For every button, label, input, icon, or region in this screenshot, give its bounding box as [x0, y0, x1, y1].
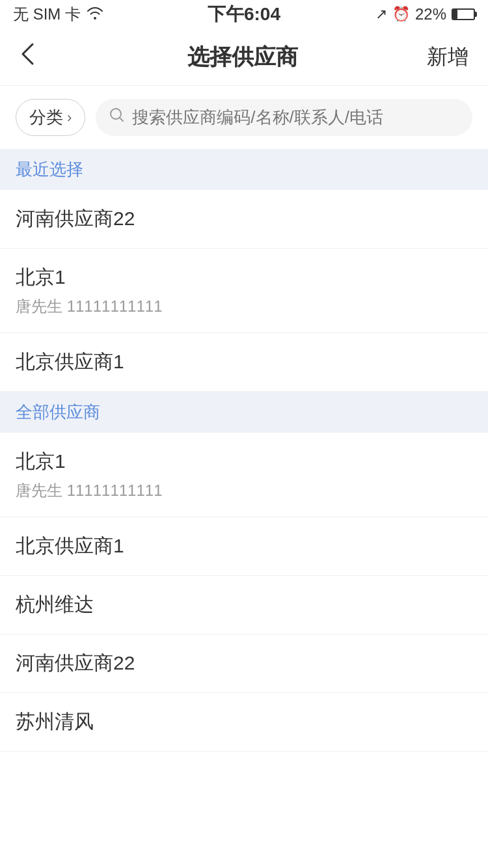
battery-text: 22% [415, 5, 446, 23]
battery-icon [452, 8, 475, 20]
back-button[interactable] [20, 42, 59, 72]
list-item[interactable]: 北京1唐先生 11111111111 [0, 249, 488, 333]
item-name: 苏州清风 [16, 709, 472, 735]
item-name: 北京1 [16, 264, 472, 291]
list-item[interactable]: 杭州维达 [0, 576, 488, 634]
location-icon: ↗ [375, 6, 387, 23]
item-contact: 唐先生 11111111111 [16, 480, 472, 501]
alarm-icon: ⏰ [392, 6, 410, 23]
list-item[interactable]: 北京供应商1 [0, 333, 488, 392]
item-name: 河南供应商22 [16, 206, 472, 232]
recent-section-header: 最近选择 [0, 149, 488, 190]
all-section-header: 全部供应商 [0, 392, 488, 433]
wifi-icon [86, 5, 104, 23]
status-left: 无 SIM 卡 [13, 4, 104, 25]
list-item[interactable]: 北京供应商1 [0, 517, 488, 576]
item-name: 杭州维达 [16, 591, 472, 618]
category-filter[interactable]: 分类 › [16, 99, 85, 136]
status-time: 下午6:04 [208, 2, 280, 27]
nav-bar: 选择供应商 新增 [0, 29, 488, 86]
list-item[interactable]: 苏州清风 [0, 693, 488, 752]
status-bar: 无 SIM 卡 下午6:04 ↗ ⏰ 22% [0, 0, 488, 29]
carrier-text: 无 SIM 卡 [13, 4, 81, 25]
item-contact: 唐先生 11111111111 [16, 296, 472, 317]
category-label: 分类 [29, 106, 63, 129]
item-name: 北京供应商1 [16, 349, 472, 375]
item-name: 北京供应商1 [16, 533, 472, 560]
list-item[interactable]: 河南供应商22 [0, 634, 488, 693]
chevron-right-icon: › [67, 109, 72, 126]
item-name: 河南供应商22 [16, 650, 472, 677]
add-button[interactable]: 新增 [427, 43, 468, 72]
nav-title: 选择供应商 [187, 42, 298, 72]
list-item[interactable]: 北京1唐先生 11111111111 [0, 433, 488, 517]
search-icon [109, 107, 126, 128]
search-box[interactable] [96, 99, 472, 136]
status-right: ↗ ⏰ 22% [375, 5, 475, 23]
all-list: 北京1唐先生 11111111111北京供应商1杭州维达河南供应商22苏州清风 [0, 433, 488, 752]
list-item[interactable]: 河南供应商22 [0, 190, 488, 249]
filter-bar: 分类 › [0, 86, 488, 149]
item-name: 北京1 [16, 448, 472, 475]
recent-list: 河南供应商22北京1唐先生 11111111111北京供应商1 [0, 190, 488, 392]
search-input[interactable] [132, 107, 459, 128]
